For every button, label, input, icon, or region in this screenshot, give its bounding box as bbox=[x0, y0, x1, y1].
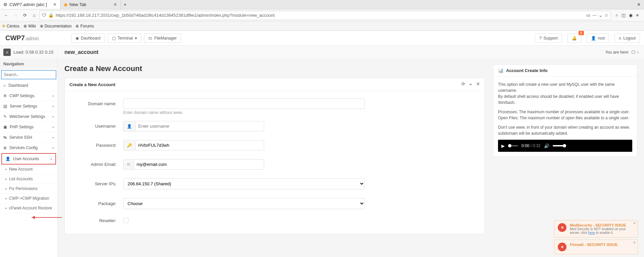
refresh-icon[interactable]: ⟳ bbox=[461, 81, 465, 87]
username-label: Username: bbox=[69, 124, 123, 129]
bookmark-centos[interactable]: ❋ Centos bbox=[2, 24, 19, 28]
bookmark-docs[interactable]: ⊕ Documentation bbox=[40, 24, 72, 28]
sidebar-sub-list-accounts[interactable]: ▸ List Accounts bbox=[0, 174, 57, 184]
logout-button[interactable]: ⎋ Logout bbox=[614, 34, 640, 43]
bookmark-label: Forums bbox=[80, 24, 94, 28]
close-icon[interactable]: ✕ bbox=[53, 2, 57, 7]
tab-label: New Tab bbox=[69, 2, 86, 7]
sidebar-sub-cpanel-restore[interactable]: ▸ cPanel Account Restore bbox=[0, 203, 57, 213]
filemanager-button[interactable]: 🗀 FileManager bbox=[144, 34, 181, 43]
domain-input[interactable] bbox=[123, 99, 365, 109]
save-pocket-icon[interactable]: ⌄ bbox=[599, 13, 602, 18]
browser-tab-cwp[interactable]: ⚙ CWP7.admin [abc ] ✕ bbox=[0, 0, 60, 9]
back-button[interactable]: ← bbox=[2, 11, 10, 19]
close-icon[interactable]: ✕ bbox=[476, 81, 480, 87]
close-window-icon[interactable]: ✕ bbox=[634, 2, 644, 7]
sidebar-search[interactable] bbox=[1, 70, 56, 79]
sidebar-sub-new-account[interactable]: ▸ New Account bbox=[0, 165, 57, 174]
user-icon: 👤 bbox=[5, 156, 10, 161]
toast-firewall: ✕ Firewall - SECURITY ISSUE ✕ bbox=[554, 240, 638, 254]
monitor-icon[interactable]: 🖵 bbox=[631, 50, 635, 55]
sidebar-item-label: Services Config bbox=[9, 145, 38, 150]
sidebar-sub-fix-permissions[interactable]: ▸ Fix Permissions bbox=[0, 184, 57, 194]
lock-warning-icon: 🔒 bbox=[48, 13, 54, 18]
toast-title: Firewall - SECURITY ISSUE bbox=[570, 243, 617, 247]
close-icon[interactable]: ✕ bbox=[633, 241, 636, 245]
sidebar-sub-cwp-migration[interactable]: ▸ CWP->CWP Migration bbox=[0, 194, 57, 203]
volume-icon[interactable]: 🔊 bbox=[544, 143, 549, 148]
volume-track[interactable] bbox=[553, 145, 566, 146]
library-icon[interactable]: ⑃ bbox=[615, 13, 618, 18]
user-button[interactable]: 👤 root bbox=[587, 34, 609, 43]
browser-toolbar: ← → ⟳ ⌂ 🛡 🔒 https://192.168.18.217:2031/… bbox=[0, 9, 644, 21]
wrench-icon: ✎ bbox=[3, 114, 7, 119]
admin-email-input[interactable] bbox=[134, 159, 264, 169]
php-icon: ▣ bbox=[3, 125, 7, 129]
home-button[interactable]: ⌂ bbox=[30, 11, 38, 19]
terminal-icon: ▢ bbox=[112, 36, 116, 41]
server-ips-select[interactable]: 206.84.150.7 (Shared) bbox=[123, 178, 365, 189]
audio-player[interactable]: ▶ 0:00 / 0:32 🔊 bbox=[498, 140, 632, 152]
browser-tab-strip: ⚙ CWP7.admin [abc ] ✕ ◉ New Tab ✕ + ✕ bbox=[0, 0, 644, 9]
panel-title: Account Create Info bbox=[506, 68, 548, 73]
button-label: FileManager bbox=[154, 36, 177, 41]
search-input[interactable] bbox=[1, 70, 56, 79]
sidebar-item-server-settings[interactable]: ▤ Server Settings ▾ bbox=[0, 101, 57, 112]
more-icon[interactable]: ⋯ bbox=[592, 13, 597, 18]
sidebar-item-dashboard[interactable]: ⌂ Dashboard bbox=[0, 80, 57, 91]
new-tab-button[interactable]: + bbox=[121, 2, 129, 8]
chevron-down-icon: ▾ bbox=[50, 157, 52, 161]
toast-stack: ✕ ModSecurity - SECURITY ISSUE Mod Secur… bbox=[554, 220, 638, 254]
admin-email-label: Admin Email: bbox=[69, 162, 123, 167]
reader-icon[interactable]: ▭ bbox=[586, 13, 590, 18]
button-label: Terminal bbox=[118, 36, 133, 41]
meter-icon: ◉ bbox=[76, 36, 79, 41]
browser-tab-new[interactable]: ◉ New Tab ✕ bbox=[60, 0, 121, 9]
reload-button[interactable]: ⟳ bbox=[21, 11, 29, 19]
sidebar-item-label: List Accounts bbox=[9, 177, 33, 181]
bookmark-label: Centos bbox=[7, 24, 19, 28]
create-account-panel: Create a New Account ⟳ ＋ ✕ Domain name: bbox=[64, 78, 485, 234]
logout-icon: ⎋ bbox=[619, 36, 621, 41]
info-text: Open Files: The maximum number of open f… bbox=[498, 116, 629, 120]
password-input[interactable] bbox=[136, 140, 264, 150]
sidebar-item-cwp-settings[interactable]: ✲ CWP Settings ▾ bbox=[0, 91, 57, 101]
database-icon: ≡ bbox=[3, 49, 11, 56]
extensions-icon[interactable]: ◉ bbox=[629, 13, 633, 18]
button-label: root bbox=[598, 36, 605, 41]
panel-title: Create a New Account bbox=[69, 82, 115, 87]
folder-icon: 🗀 bbox=[148, 36, 152, 41]
subheader: ≡ Load: 0.58 0.32 0.15 new_account You a… bbox=[0, 46, 644, 59]
toolbar-right-icons: ⑃ ◫ ◉ ≡ bbox=[612, 13, 642, 18]
url-bar[interactable]: 🛡 🔒 https://192.168.18.217:2031/cwp_1b50… bbox=[40, 11, 611, 20]
sidebar-item-php-settings[interactable]: ▣ PHP Settings ▾ bbox=[0, 122, 57, 132]
bookmark-wiki[interactable]: ⊕ Wiki bbox=[23, 24, 36, 28]
sidebar-item-services-config[interactable]: ≣ Services Config ▾ bbox=[0, 143, 57, 153]
dashboard-button[interactable]: ◉ Dashboard bbox=[71, 34, 105, 43]
package-select[interactable]: Choose bbox=[123, 198, 365, 209]
hamburger-icon[interactable]: ≡ bbox=[636, 13, 639, 18]
toast-title: ModSecurity - SECURITY ISSUE bbox=[570, 223, 634, 227]
button-label: Logout bbox=[623, 36, 636, 41]
reseller-checkbox[interactable] bbox=[123, 218, 129, 223]
audio-time: 0:00 / 0:32 bbox=[522, 143, 541, 148]
sidebar-item-service-ssh[interactable]: ↹ Service SSH ▾ bbox=[0, 132, 57, 143]
toast-link[interactable]: here bbox=[588, 231, 595, 235]
terminal-button[interactable]: ▢ Terminal ▾ bbox=[108, 34, 141, 43]
close-icon[interactable]: ✕ bbox=[633, 221, 636, 226]
username-input[interactable] bbox=[136, 121, 264, 131]
bookmark-star-icon[interactable]: ☆ bbox=[604, 13, 608, 18]
close-icon[interactable]: ✕ bbox=[113, 2, 117, 7]
play-icon[interactable]: ▶ bbox=[501, 143, 505, 148]
bookmark-forums[interactable]: ⊕ Forums bbox=[76, 24, 94, 28]
forward-button[interactable]: → bbox=[11, 11, 19, 19]
sidebar-icon[interactable]: ◫ bbox=[622, 13, 626, 18]
sidebar-item-webserver-settings[interactable]: ✎ WebServer Settings ▾ bbox=[0, 112, 57, 122]
plus-icon[interactable]: ＋ bbox=[468, 81, 473, 87]
audio-track[interactable] bbox=[508, 145, 518, 146]
caret-right-icon: ▸ bbox=[5, 197, 7, 200]
support-button[interactable]: ? Support bbox=[535, 34, 562, 43]
sidebar-item-label: WebServer Settings bbox=[9, 114, 45, 119]
help-icon: ? bbox=[539, 36, 542, 41]
sidebar-item-user-accounts[interactable]: 👤 User Accounts ▾ bbox=[1, 153, 56, 165]
